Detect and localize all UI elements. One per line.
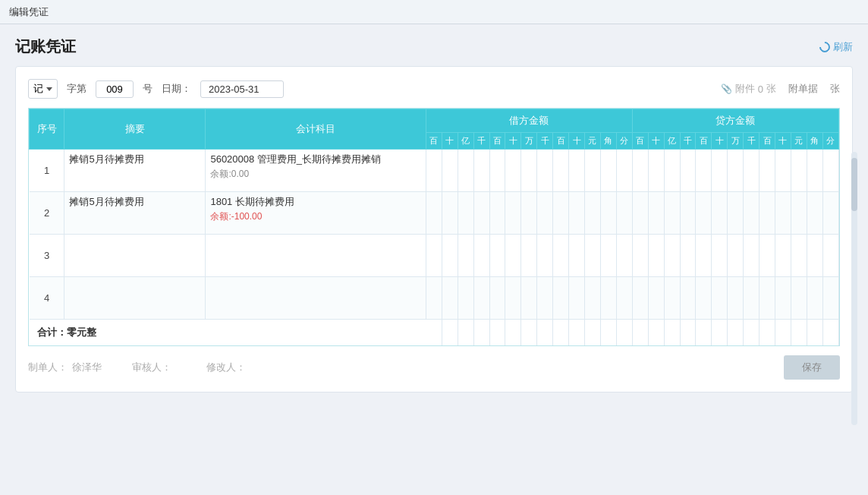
debit-cell-9[interactable] [569, 277, 585, 320]
table-row[interactable]: 3 [30, 235, 839, 277]
credit-cell-0[interactable] [632, 192, 648, 235]
debit-cell-2[interactable] [458, 277, 473, 320]
credit-cell-11[interactable] [807, 192, 822, 235]
row-summary[interactable] [64, 277, 206, 320]
debit-cell-0[interactable] [426, 277, 442, 320]
credit-cell-11[interactable] [807, 277, 822, 320]
table-row[interactable]: 4 [30, 277, 839, 320]
credit-cell-12[interactable] [822, 150, 838, 192]
debit-cell-1[interactable] [442, 192, 458, 235]
debit-cell-4[interactable] [489, 235, 505, 277]
row-account[interactable] [206, 235, 426, 277]
voucher-number-field[interactable]: 009 [96, 80, 134, 98]
credit-cell-5[interactable] [712, 150, 728, 192]
debit-cell-4[interactable] [489, 150, 505, 192]
debit-cell-0[interactable] [426, 235, 442, 277]
debit-cell-7[interactable] [537, 150, 553, 192]
credit-cell-6[interactable] [728, 150, 744, 192]
row-summary[interactable]: 摊销5月待摊费用 [64, 150, 206, 192]
table-row[interactable]: 2摊销5月待摊费用1801 长期待摊费用余额:-100.00 [30, 192, 839, 235]
debit-cell-3[interactable] [473, 235, 489, 277]
credit-cell-2[interactable] [664, 235, 680, 277]
debit-cell-0[interactable] [426, 150, 442, 192]
credit-cell-6[interactable] [728, 192, 744, 235]
debit-cell-0[interactable] [426, 192, 442, 235]
row-account[interactable] [206, 277, 426, 320]
credit-cell-1[interactable] [648, 277, 664, 320]
row-account[interactable]: 56020008 管理费用_长期待摊费用摊销余额:0.00 [206, 150, 426, 192]
credit-cell-1[interactable] [648, 192, 664, 235]
debit-cell-8[interactable] [553, 150, 569, 192]
credit-cell-4[interactable] [696, 277, 712, 320]
debit-cell-12[interactable] [616, 192, 632, 235]
debit-cell-5[interactable] [505, 192, 521, 235]
credit-cell-7[interactable] [744, 192, 760, 235]
credit-cell-9[interactable] [775, 235, 791, 277]
credit-cell-3[interactable] [680, 192, 696, 235]
debit-cell-3[interactable] [473, 277, 489, 320]
debit-cell-6[interactable] [521, 235, 537, 277]
debit-cell-7[interactable] [537, 235, 553, 277]
debit-cell-5[interactable] [505, 235, 521, 277]
debit-cell-2[interactable] [458, 150, 473, 192]
debit-cell-7[interactable] [537, 192, 553, 235]
credit-cell-3[interactable] [680, 150, 696, 192]
attach-doc-label[interactable]: 附单据 [788, 82, 818, 96]
debit-cell-6[interactable] [521, 192, 537, 235]
credit-cell-7[interactable] [744, 235, 760, 277]
debit-cell-7[interactable] [537, 277, 553, 320]
credit-cell-9[interactable] [775, 277, 791, 320]
scrollbar-thumb[interactable] [851, 158, 857, 211]
debit-cell-8[interactable] [553, 192, 569, 235]
credit-cell-4[interactable] [696, 235, 712, 277]
voucher-type-select[interactable]: 记 [28, 79, 58, 99]
credit-cell-9[interactable] [775, 192, 791, 235]
credit-cell-10[interactable] [791, 150, 807, 192]
credit-cell-12[interactable] [822, 235, 838, 277]
debit-cell-11[interactable] [600, 192, 616, 235]
debit-cell-4[interactable] [489, 192, 505, 235]
credit-cell-8[interactable] [760, 235, 775, 277]
debit-cell-3[interactable] [473, 150, 489, 192]
attachment-link[interactable]: 📎 附件 0 张 [721, 82, 776, 96]
credit-cell-0[interactable] [632, 277, 648, 320]
debit-cell-6[interactable] [521, 150, 537, 192]
debit-cell-1[interactable] [442, 235, 458, 277]
credit-cell-3[interactable] [680, 277, 696, 320]
save-button[interactable]: 保存 [784, 355, 840, 380]
credit-cell-2[interactable] [664, 277, 680, 320]
credit-cell-4[interactable] [696, 150, 712, 192]
credit-cell-4[interactable] [696, 192, 712, 235]
credit-cell-7[interactable] [744, 150, 760, 192]
credit-cell-12[interactable] [822, 192, 838, 235]
credit-cell-11[interactable] [807, 235, 822, 277]
debit-cell-3[interactable] [473, 192, 489, 235]
debit-cell-6[interactable] [521, 277, 537, 320]
debit-cell-12[interactable] [616, 235, 632, 277]
debit-cell-11[interactable] [600, 277, 616, 320]
credit-cell-6[interactable] [728, 235, 744, 277]
debit-cell-8[interactable] [553, 277, 569, 320]
credit-cell-8[interactable] [760, 192, 775, 235]
debit-cell-10[interactable] [585, 235, 601, 277]
credit-cell-5[interactable] [712, 235, 728, 277]
debit-cell-12[interactable] [616, 277, 632, 320]
credit-cell-2[interactable] [664, 192, 680, 235]
debit-cell-11[interactable] [600, 150, 616, 192]
debit-cell-1[interactable] [442, 277, 458, 320]
debit-cell-8[interactable] [553, 235, 569, 277]
credit-cell-8[interactable] [760, 277, 775, 320]
debit-cell-2[interactable] [458, 192, 473, 235]
credit-cell-0[interactable] [632, 235, 648, 277]
debit-cell-10[interactable] [585, 150, 601, 192]
credit-cell-2[interactable] [664, 150, 680, 192]
debit-cell-4[interactable] [489, 277, 505, 320]
credit-cell-8[interactable] [760, 150, 775, 192]
debit-cell-1[interactable] [442, 150, 458, 192]
credit-cell-0[interactable] [632, 150, 648, 192]
debit-cell-5[interactable] [505, 150, 521, 192]
credit-cell-6[interactable] [728, 277, 744, 320]
credit-cell-10[interactable] [791, 277, 807, 320]
credit-cell-12[interactable] [822, 277, 838, 320]
credit-cell-3[interactable] [680, 235, 696, 277]
